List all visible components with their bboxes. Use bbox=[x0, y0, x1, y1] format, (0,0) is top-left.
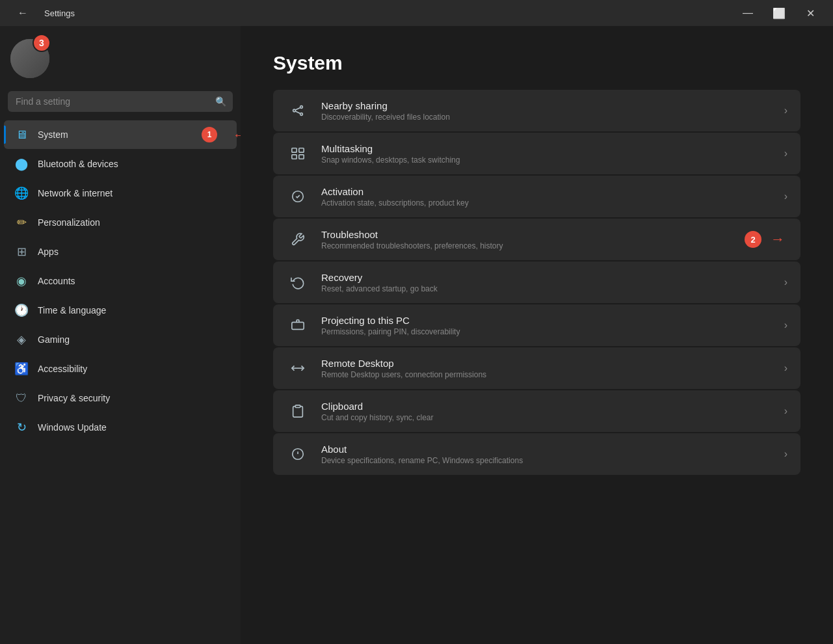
svg-rect-5 bbox=[292, 148, 297, 152]
sidebar-item-label-gaming: Gaming bbox=[38, 334, 70, 345]
maximize-button[interactable]: ⬜ bbox=[764, 3, 794, 23]
svg-rect-6 bbox=[299, 148, 304, 152]
network-icon: 🌐 bbox=[14, 186, 29, 200]
system-icon: 🖥 bbox=[14, 127, 29, 142]
sidebar-item-accessibility[interactable]: ♿Accessibility bbox=[4, 355, 237, 383]
sidebar-item-label-personalization: Personalization bbox=[38, 217, 100, 228]
activation-subtitle: Activation state, subscriptions, product… bbox=[321, 198, 773, 208]
sidebar-item-update[interactable]: ↻Windows Update bbox=[4, 413, 237, 442]
about-subtitle: Device specifications, rename PC, Window… bbox=[321, 456, 773, 465]
remote-desktop-chevron: › bbox=[784, 362, 787, 374]
sidebar-item-personalization[interactable]: ✏Personalization bbox=[4, 208, 237, 237]
sidebar-item-gaming[interactable]: ◈Gaming bbox=[4, 325, 237, 354]
projecting-title: Projecting to this PC bbox=[321, 315, 773, 326]
about-icon bbox=[286, 442, 310, 466]
nearby-sharing-icon bbox=[286, 99, 310, 122]
sidebar-item-system[interactable]: 🖥System1 bbox=[4, 120, 237, 149]
remote-desktop-title: Remote Desktop bbox=[321, 358, 773, 369]
page-title: System bbox=[273, 52, 800, 74]
sidebar-item-label-update: Windows Update bbox=[38, 422, 107, 433]
multitasking-chevron: › bbox=[784, 148, 787, 159]
clipboard-icon bbox=[286, 399, 310, 423]
sidebar-item-accounts[interactable]: ◉Accounts bbox=[4, 267, 237, 295]
sidebar-item-time[interactable]: 🕐Time & language bbox=[4, 296, 237, 325]
sidebar-item-network[interactable]: 🌐Network & internet bbox=[4, 179, 237, 208]
nav-list: 🖥System1←⬤Bluetooth & devices🌐Network & … bbox=[0, 120, 241, 442]
activation-chevron: › bbox=[784, 191, 787, 202]
clipboard-chevron: › bbox=[784, 405, 787, 417]
apps-icon: ⊞ bbox=[14, 245, 29, 259]
about-title: About bbox=[321, 444, 773, 455]
sidebar-item-label-time: Time & language bbox=[38, 305, 106, 315]
time-icon: 🕐 bbox=[14, 303, 29, 317]
settings-item-recovery[interactable]: RecoveryReset, advanced startup, go back… bbox=[273, 262, 800, 303]
main-content: System Nearby sharingDiscoverability, re… bbox=[241, 26, 833, 644]
activation-title: Activation bbox=[321, 186, 773, 197]
recovery-title: Recovery bbox=[321, 272, 773, 283]
minimize-button[interactable]: — bbox=[733, 3, 763, 23]
svg-point-2 bbox=[300, 113, 303, 116]
titlebar-left: ← Settings bbox=[8, 3, 75, 23]
nearby-sharing-title: Nearby sharing bbox=[321, 100, 773, 111]
multitasking-subtitle: Snap windows, desktops, task switching bbox=[321, 155, 773, 165]
settings-item-nearby-sharing[interactable]: Nearby sharingDiscoverability, received … bbox=[273, 90, 800, 131]
sidebar-item-apps[interactable]: ⊞Apps bbox=[4, 237, 237, 266]
recovery-icon bbox=[286, 271, 310, 294]
svg-point-1 bbox=[300, 106, 303, 109]
search-box: 🔍 bbox=[8, 91, 233, 112]
remote-desktop-subtitle: Remote Desktop users, connection permiss… bbox=[321, 370, 773, 379]
close-button[interactable]: ✕ bbox=[795, 3, 825, 23]
clipboard-title: Clipboard bbox=[321, 401, 773, 412]
titlebar: ← Settings — ⬜ ✕ bbox=[0, 0, 833, 26]
sidebar-item-bluetooth[interactable]: ⬤Bluetooth & devices bbox=[4, 150, 237, 178]
settings-list: Nearby sharingDiscoverability, received … bbox=[273, 90, 800, 475]
recovery-subtitle: Reset, advanced startup, go back bbox=[321, 284, 773, 293]
sidebar-item-label-bluetooth: Bluetooth & devices bbox=[38, 159, 118, 169]
sidebar-item-label-apps: Apps bbox=[38, 247, 59, 257]
gaming-icon: ◈ bbox=[14, 332, 29, 347]
back-button[interactable]: ← bbox=[8, 3, 38, 23]
svg-rect-10 bbox=[292, 322, 304, 329]
search-icon: 🔍 bbox=[215, 96, 226, 107]
troubleshoot-title: Troubleshoot bbox=[321, 229, 787, 240]
clipboard-subtitle: Cut and copy history, sync, clear bbox=[321, 413, 773, 422]
app-title: Settings bbox=[44, 8, 75, 18]
remote-desktop-icon bbox=[286, 356, 310, 380]
troubleshoot-icon bbox=[286, 228, 310, 251]
personalization-icon: ✏ bbox=[14, 215, 29, 230]
svg-rect-8 bbox=[299, 155, 304, 159]
nearby-sharing-chevron: › bbox=[784, 105, 787, 116]
settings-item-remote-desktop[interactable]: Remote DesktopRemote Desktop users, conn… bbox=[273, 347, 800, 389]
about-chevron: › bbox=[784, 448, 787, 460]
svg-line-3 bbox=[295, 107, 300, 110]
app-body: 3 🔍 🖥System1←⬤Bluetooth & devices🌐Networ… bbox=[0, 26, 833, 644]
settings-item-projecting[interactable]: Projecting to this PCPermissions, pairin… bbox=[273, 304, 800, 346]
svg-rect-15 bbox=[295, 405, 300, 408]
svg-rect-7 bbox=[292, 155, 297, 159]
settings-item-activation[interactable]: ActivationActivation state, subscription… bbox=[273, 176, 800, 217]
sidebar-item-label-system: System bbox=[38, 129, 68, 140]
settings-item-troubleshoot[interactable]: TroubleshootRecommended troubleshooters,… bbox=[273, 219, 800, 260]
update-icon: ↻ bbox=[14, 420, 29, 435]
settings-item-multitasking[interactable]: MultitaskingSnap windows, desktops, task… bbox=[273, 133, 800, 174]
user-badge: 3 bbox=[33, 34, 51, 52]
projecting-chevron: › bbox=[784, 319, 787, 331]
multitasking-title: Multitasking bbox=[321, 143, 773, 154]
settings-item-about[interactable]: AboutDevice specifications, rename PC, W… bbox=[273, 433, 800, 475]
sidebar-item-label-accounts: Accounts bbox=[38, 276, 75, 286]
svg-line-4 bbox=[295, 111, 300, 114]
projecting-subtitle: Permissions, pairing PIN, discoverabilit… bbox=[321, 327, 773, 336]
accessibility-icon: ♿ bbox=[14, 362, 29, 376]
privacy-icon: 🛡 bbox=[14, 391, 29, 405]
bluetooth-icon: ⬤ bbox=[14, 157, 29, 171]
sidebar-item-privacy[interactable]: 🛡Privacy & security bbox=[4, 384, 237, 412]
user-section: 3 bbox=[0, 26, 241, 88]
annotation-badge-1: 1 bbox=[202, 127, 217, 142]
search-input[interactable] bbox=[8, 91, 233, 112]
activation-icon bbox=[286, 185, 310, 208]
projecting-icon bbox=[286, 314, 310, 337]
recovery-chevron: › bbox=[784, 276, 787, 288]
settings-item-clipboard[interactable]: ClipboardCut and copy history, sync, cle… bbox=[273, 390, 800, 432]
sidebar-item-label-privacy: Privacy & security bbox=[38, 393, 110, 403]
sidebar-item-label-accessibility: Accessibility bbox=[38, 364, 87, 374]
